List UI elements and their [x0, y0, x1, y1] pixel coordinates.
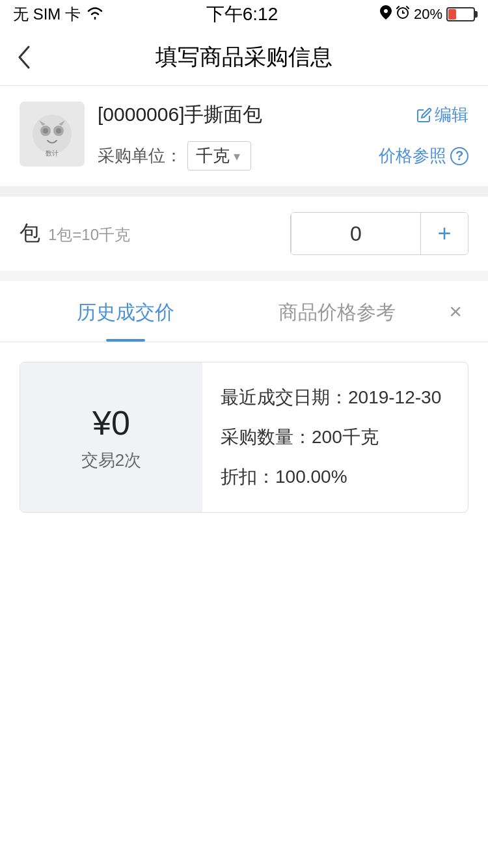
svg-point-5 [56, 128, 61, 133]
purchase-qty-row: 采购数量：200千克 [221, 423, 450, 452]
tab-history-price[interactable]: 历史成交价 [20, 281, 231, 342]
section-divider [0, 186, 488, 197]
svg-text:数计: 数计 [46, 150, 59, 157]
battery-icon [446, 7, 475, 21]
tabs-section: 历史成交价 商品价格参考 × ¥0 交易2次 最近成交日期：2019-12-30… [0, 281, 488, 532]
price-card: ¥0 交易2次 最近成交日期：2019-12-30 采购数量：200千克 折扣：… [20, 362, 468, 513]
price-card-right: 最近成交日期：2019-12-30 采购数量：200千克 折扣：100.00% [202, 362, 468, 512]
quantity-conversion: 1包=10千克 [48, 224, 130, 245]
edit-button[interactable]: 编辑 [416, 103, 468, 126]
history-content: ¥0 交易2次 最近成交日期：2019-12-30 采购数量：200千克 折扣：… [0, 342, 488, 532]
svg-point-1 [33, 115, 72, 154]
tab-close-button[interactable]: × [442, 286, 468, 337]
amount-value: 0 [111, 404, 130, 442]
quantity-input[interactable] [291, 213, 421, 254]
svg-point-4 [43, 128, 48, 133]
recent-date-label: 最近成交日期： [221, 387, 348, 407]
nav-bar: 填写商品采购信息 [0, 29, 488, 86]
currency-symbol: ¥ [92, 404, 111, 442]
edit-label: 编辑 [435, 103, 468, 126]
discount-label: 折扣： [221, 467, 275, 487]
quantity-control: + [290, 212, 468, 255]
wifi-icon [86, 5, 104, 23]
unit-value: 千克 [196, 144, 230, 167]
dropdown-arrow-icon: ▾ [234, 148, 240, 164]
close-icon: × [449, 299, 462, 324]
quantity-label: 包 1包=10千克 [20, 219, 130, 248]
product-thumbnail: 数计 [20, 102, 85, 167]
tabs-header: 历史成交价 商品价格参考 × [0, 281, 488, 342]
bottom-space [0, 532, 488, 868]
location-icon [380, 5, 392, 23]
plus-icon: + [437, 220, 451, 247]
question-icon: ? [450, 147, 468, 165]
page-title: 填写商品采购信息 [156, 42, 332, 72]
product-unit-row: 采购单位： 千克 ▾ 价格参照 ? [98, 141, 468, 170]
purchase-qty-label: 采购数量： [221, 427, 312, 447]
price-reference-button[interactable]: 价格参照 ? [379, 144, 468, 167]
back-button[interactable] [16, 44, 31, 70]
product-header: [0000006]手撕面包 编辑 [98, 102, 468, 128]
product-image: 数计 [26, 108, 78, 160]
status-bar: 无 SIM 卡 下午6:12 20% [0, 0, 488, 29]
discount-value: 100.00% [275, 467, 347, 487]
price-card-left: ¥0 交易2次 [20, 362, 202, 512]
purchase-qty-value: 200千克 [312, 427, 379, 447]
recent-date-row: 最近成交日期：2019-12-30 [221, 383, 450, 413]
product-info: [0000006]手撕面包 编辑 采购单位： 千克 ▾ 价格参照 ? [98, 102, 468, 170]
tab-product-reference[interactable]: 商品价格参考 [231, 281, 442, 342]
tab-reference-label: 商品价格参考 [278, 301, 396, 323]
status-right: 20% [380, 5, 475, 23]
unit-label: 采购单位： [98, 144, 182, 167]
quantity-row: 包 1包=10千克 + [0, 197, 488, 271]
unit-select[interactable]: 千克 ▾ [187, 141, 251, 170]
product-card: 数计 [0000006]手撕面包 编辑 采购单位： 千克 ▾ [0, 86, 488, 186]
sim-text: 无 SIM 卡 [13, 4, 81, 25]
status-time: 下午6:12 [206, 2, 278, 27]
status-left: 无 SIM 卡 [13, 4, 104, 25]
recent-date-value: 2019-12-30 [348, 387, 441, 407]
transaction-count: 交易2次 [81, 449, 141, 472]
alarm-icon [396, 5, 410, 23]
quantity-plus-button[interactable]: + [421, 213, 468, 254]
price-ref-label: 价格参照 [379, 144, 446, 167]
product-name: [0000006]手撕面包 [98, 102, 262, 128]
battery-percent: 20% [414, 6, 442, 23]
discount-row: 折扣：100.00% [221, 463, 450, 492]
tab-history-label: 历史成交价 [77, 301, 174, 323]
quantity-unit: 包 [20, 219, 40, 248]
price-amount: ¥0 [92, 403, 130, 442]
